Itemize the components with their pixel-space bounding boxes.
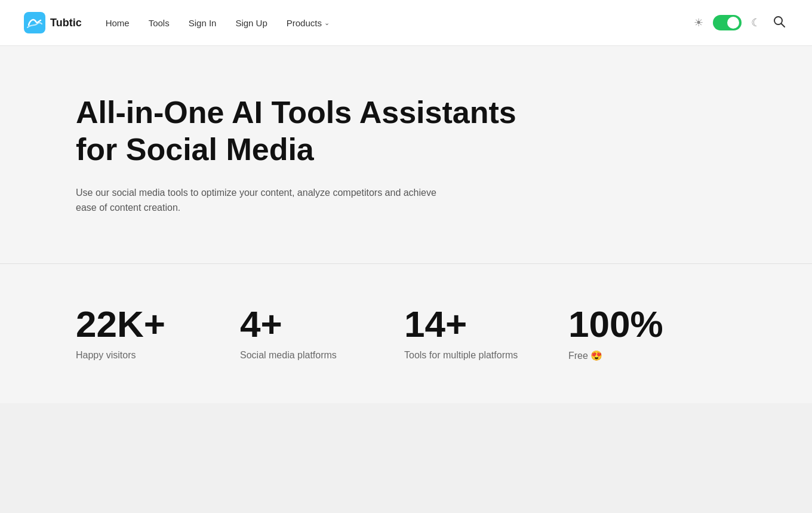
hero-section: All-in-One AI Tools Assistants for Socia…: [0, 46, 812, 263]
hero-title: All-in-One AI Tools Assistants for Socia…: [76, 94, 542, 168]
nav-right-controls: ☀ ☾: [694, 13, 788, 33]
stat-label-tools: Tools for multiple platforms: [404, 350, 545, 361]
navbar: Tubtic Home Tools Sign In Sign Up Produc…: [0, 0, 812, 46]
sun-icon[interactable]: ☀: [694, 16, 703, 29]
nav-links: Home Tools Sign In Sign Up Products ⌄: [106, 18, 694, 28]
theme-toggle[interactable]: [713, 15, 742, 30]
products-chevron-icon: ⌄: [324, 19, 330, 27]
svg-line-2: [782, 23, 785, 27]
hero-subtitle: Use our social media tools to optimize y…: [76, 185, 446, 216]
stat-item-free: 100% Free 😍: [568, 306, 733, 361]
stats-section: 22K+ Happy visitors 4+ Social media plat…: [0, 264, 812, 403]
stat-label-free: Free 😍: [568, 350, 709, 361]
stat-label-platforms: Social media platforms: [240, 350, 380, 361]
toggle-knob: [727, 17, 739, 29]
stats-grid: 22K+ Happy visitors 4+ Social media plat…: [76, 306, 733, 361]
nav-products[interactable]: Products ⌄: [287, 18, 330, 28]
nav-signup[interactable]: Sign Up: [235, 18, 267, 28]
svg-rect-0: [24, 12, 45, 33]
stat-number-free: 100%: [568, 306, 709, 343]
brand-logo[interactable]: Tubtic: [24, 12, 82, 33]
lower-section: [0, 403, 812, 513]
stat-number-platforms: 4+: [240, 306, 380, 343]
stat-item-visitors: 22K+ Happy visitors: [76, 306, 240, 361]
nav-signin[interactable]: Sign In: [189, 18, 217, 28]
logo-icon: [24, 12, 45, 33]
stat-label-visitors: Happy visitors: [76, 350, 216, 361]
moon-icon[interactable]: ☾: [751, 16, 761, 29]
nav-home[interactable]: Home: [106, 18, 130, 28]
stat-item-platforms: 4+ Social media platforms: [240, 306, 404, 361]
stat-number-visitors: 22K+: [76, 306, 216, 343]
search-icon[interactable]: [770, 13, 788, 33]
stat-item-tools: 14+ Tools for multiple platforms: [404, 306, 568, 361]
nav-tools[interactable]: Tools: [149, 18, 170, 28]
stat-number-tools: 14+: [404, 306, 545, 343]
brand-name: Tubtic: [50, 17, 82, 29]
